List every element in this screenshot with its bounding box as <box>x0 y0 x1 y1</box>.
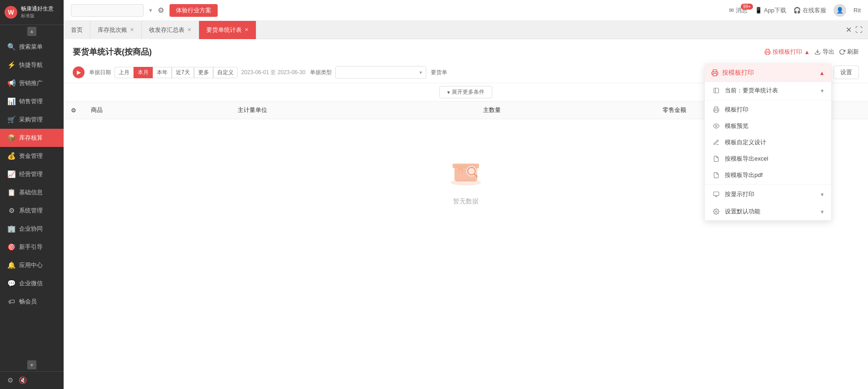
main-area: ▾ ⚙ 体验行业方案 ✉ 消息 99+ 📱 App下载 🎧 在线客服 👤 Rit… <box>64 0 868 389</box>
template-preview-icon <box>712 122 720 130</box>
export-button[interactable]: 导出 <box>814 48 834 56</box>
date-btn-custom[interactable]: 自定义 <box>213 67 238 78</box>
print-label: 按模板打印 <box>773 48 802 56</box>
dropdown-item-display-print[interactable]: 按显示打印 ▾ <box>705 186 831 203</box>
dropdown-current-item[interactable]: 当前：要货单统计表 ▾ <box>705 82 831 99</box>
sidebar-item-label: 经营管理 <box>19 170 43 178</box>
dropdown-divider-1 <box>705 100 831 101</box>
sidebar-item-appstore[interactable]: 🔔 应用中心 <box>0 256 64 274</box>
sidebar-item-label: 基础信息 <box>19 188 43 197</box>
sidebar-item-label: 企业微信 <box>19 279 43 288</box>
sidebar-scroll-up[interactable]: ▲ <box>0 25 64 38</box>
dropdown-divider-2 <box>705 184 831 185</box>
trial-button[interactable]: 体验行业方案 <box>170 4 218 17</box>
sidebar-scroll-down[interactable]: ▼ <box>0 359 64 371</box>
date-btn-last-7[interactable]: 近7天 <box>172 67 194 78</box>
app-download-button[interactable]: 📱 App下载 <box>755 6 786 15</box>
tag-icon: 🏷 <box>7 298 15 306</box>
date-btn-this-month[interactable]: 本月 <box>134 67 153 78</box>
date-btn-more[interactable]: 更多 <box>194 67 213 78</box>
refresh-label: 刷新 <box>847 48 859 56</box>
scroll-up-arrow[interactable]: ▲ <box>27 27 36 36</box>
date-filter-label: 单据日期 <box>89 69 111 76</box>
sidebar-item-marketing[interactable]: 📢 营销推广 <box>0 74 64 92</box>
tab-order-close-icon[interactable]: ✕ <box>244 27 249 33</box>
stats-icon: 📈 <box>7 170 15 178</box>
refresh-button[interactable]: 刷新 <box>839 48 859 56</box>
set-default-label: 设置默认功能 <box>725 207 760 216</box>
sidebar-item-member[interactable]: 🏷 畅会员 <box>0 293 64 311</box>
expand-more-button[interactable]: ▾ 展开更多条件 <box>439 86 492 98</box>
date-buttons: 上月 本月 本年 近7天 更多 自定义 <box>115 67 238 78</box>
date-btn-this-year[interactable]: 本年 <box>153 67 172 78</box>
settings-button[interactable]: 设置 <box>833 66 859 79</box>
tab-receipt-summary[interactable]: 收发存汇总表 ✕ <box>142 21 199 39</box>
type-filter-label: 单据类型 <box>310 69 332 76</box>
search-input[interactable] <box>71 4 144 17</box>
date-btn-last-month[interactable]: 上月 <box>115 67 134 78</box>
username-label[interactable]: Rit <box>853 7 861 14</box>
svg-point-12 <box>715 125 717 127</box>
dropdown-item-template-excel[interactable]: 按模板导出excel <box>705 151 831 167</box>
sidebar-item-sales[interactable]: 📊 销售管理 <box>0 92 64 111</box>
sidebar-item-label: 搜索菜单 <box>19 43 43 51</box>
sidebar-item-operation[interactable]: 📈 经营管理 <box>0 165 64 183</box>
message-button[interactable]: ✉ 消息 99+ <box>729 6 748 15</box>
search-chevron-icon[interactable]: ▾ <box>149 7 152 14</box>
tab-order-stats[interactable]: 要货单统计表 ✕ <box>199 21 256 39</box>
cart-icon: 🛒 <box>7 116 15 124</box>
sidebar-item-wechat[interactable]: 💬 企业微信 <box>0 274 64 293</box>
dropdown-item-set-default[interactable]: 设置默认功能 ▾ <box>705 203 831 220</box>
tab-home[interactable]: 首页 <box>64 21 90 39</box>
close-all-icon[interactable]: ✕ <box>846 25 852 34</box>
topbar-right: ✉ 消息 99+ 📱 App下载 🎧 在线客服 👤 Rit <box>729 4 861 17</box>
tab-batch-close-icon[interactable]: ✕ <box>130 27 134 33</box>
sidebar: W 畅康通好生意 标准版 ▲ 🔍 搜索菜单 ⚡ 快捷导航 📢 营销推广 📊 销售… <box>0 0 64 389</box>
print-button[interactable]: 按模板打印 ▲ <box>764 48 810 56</box>
current-chevron-icon: ▾ <box>821 87 824 94</box>
export-label: 导出 <box>823 48 834 56</box>
expand-tabs-icon[interactable]: ⛶ <box>855 26 863 34</box>
column-settings-icon[interactable]: ⚙ <box>71 107 76 114</box>
dropdown-item-template-pdf[interactable]: 按模板导出pdf <box>705 167 831 183</box>
tab-batch-account[interactable]: 库存批次账 ✕ <box>90 21 142 39</box>
service-label: 在线客服 <box>803 6 826 15</box>
sidebar-item-corp[interactable]: 🏢 企业协同 <box>0 220 64 238</box>
sidebar-item-basic[interactable]: 📋 基础信息 <box>0 183 64 202</box>
box-icon: 📦 <box>7 134 15 142</box>
current-template-label: 当前：要货单统计表 <box>725 86 778 95</box>
app-name: 畅康通好生意 <box>21 5 54 13</box>
type-select[interactable]: ▾ <box>335 66 426 79</box>
svg-rect-8 <box>713 73 717 76</box>
expand-chevron-icon: ▾ <box>447 89 450 96</box>
sound-icon[interactable]: 🔇 <box>19 376 27 384</box>
search-icon: 🔍 <box>7 43 15 51</box>
topbar-gear-icon[interactable]: ⚙ <box>158 6 164 15</box>
dropdown-item-template-custom[interactable]: 模板自定义设计 <box>705 134 831 151</box>
tab-receipt-close-icon[interactable]: ✕ <box>187 27 191 33</box>
sidebar-item-finance[interactable]: 💰 资金管理 <box>0 147 64 165</box>
sidebar-item-search[interactable]: 🔍 搜索菜单 <box>0 38 64 56</box>
filter-expand-icon[interactable]: ▶ <box>73 66 85 78</box>
sidebar-nav: 🔍 搜索菜单 ⚡ 快捷导航 📢 营销推广 📊 销售管理 🛒 采购管理 📦 库存核… <box>0 38 64 359</box>
sidebar-item-shortcut[interactable]: ⚡ 快捷导航 <box>0 56 64 74</box>
sidebar-item-inventory[interactable]: 📦 库存核算 <box>0 129 64 147</box>
dropdown-item-template-print[interactable]: 模板打印 <box>705 101 831 118</box>
dropdown-close-icon[interactable]: ▲ <box>819 70 825 76</box>
dropdown-item-template-preview[interactable]: 模板预览 <box>705 118 831 134</box>
scroll-down-arrow[interactable]: ▼ <box>27 360 36 369</box>
print-dropdown-icon <box>711 69 718 76</box>
sidebar-item-purchase[interactable]: 🛒 采购管理 <box>0 111 64 129</box>
sidebar-item-guide[interactable]: 🎯 新手引导 <box>0 238 64 256</box>
clipboard-icon: 📋 <box>7 188 15 197</box>
sidebar-item-label: 应用中心 <box>19 261 43 269</box>
sidebar-item-system[interactable]: ⚙ 系统管理 <box>0 202 64 220</box>
online-service-button[interactable]: 🎧 在线客服 <box>793 6 826 15</box>
settings-icon[interactable]: ⚙ <box>7 376 13 384</box>
user-avatar[interactable]: 👤 <box>833 4 846 17</box>
th-settings[interactable]: ⚙ <box>64 101 84 119</box>
money-icon: 💰 <box>7 152 15 160</box>
page-actions: 按模板打印 ▲ 导出 刷新 <box>764 48 859 56</box>
svg-rect-9 <box>714 88 719 93</box>
template-print-icon <box>712 106 720 114</box>
